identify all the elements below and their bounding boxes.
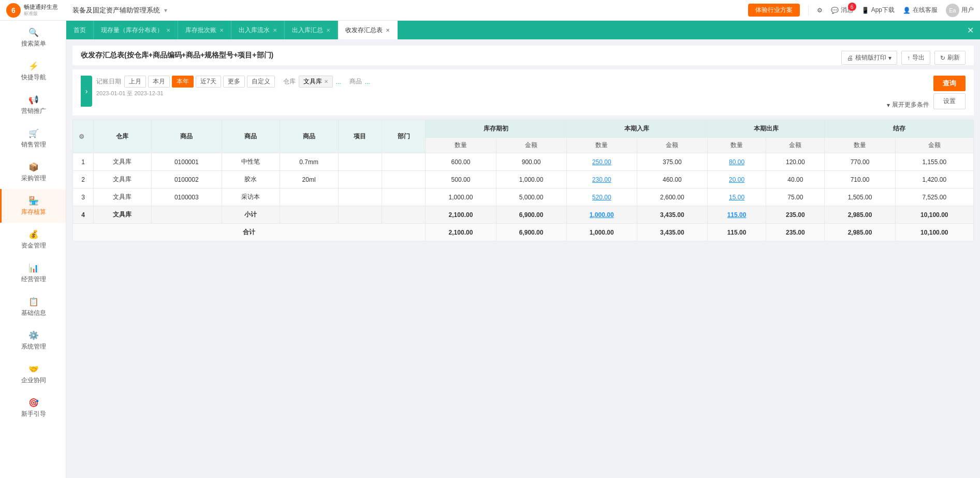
sidebar-item-basic[interactable]: 📋 基础信息	[0, 290, 66, 324]
sidebar-item-finance[interactable]: 💰 资金管理	[0, 223, 66, 256]
sidebar-label-marketing: 营销推广	[21, 107, 46, 115]
th-end-amt: 金额	[895, 138, 973, 153]
tab-inout-flow[interactable]: 出入库流水 ✕	[231, 21, 285, 39]
cell-dept	[382, 189, 426, 206]
sidebar-item-business[interactable]: 📊 经营管理	[0, 256, 66, 290]
date-btn-this-year[interactable]: 本年	[172, 76, 194, 88]
cell-spec	[280, 189, 338, 206]
warehouse-tag-close[interactable]: ✕	[324, 79, 328, 84]
date-btn-more[interactable]: 更多	[223, 76, 245, 88]
cell-in-qty[interactable]: 520.00	[566, 189, 637, 206]
cell-code: 0100002	[151, 171, 222, 189]
cell-end-qty: 770.00	[825, 153, 895, 171]
tab-stock-dist-close[interactable]: ✕	[166, 27, 170, 33]
data-table: ⚙ 仓库 商品 商品 商品 项目 部门 库存期初 本期入库 本期出库	[72, 120, 974, 241]
th-out-stock: 本期出库	[707, 120, 825, 138]
warehouse-tag[interactable]: 文具库 ✕	[299, 76, 333, 88]
tab-inout-summary[interactable]: 出入库汇总 ✕	[285, 21, 338, 39]
tab-recv-send[interactable]: 收发存汇总表 ✕	[338, 21, 398, 39]
cell-out-qty[interactable]: 80.00	[707, 153, 766, 171]
cell-in-qty[interactable]: 250.00	[566, 153, 637, 171]
tab-recv-send-close[interactable]: ✕	[386, 27, 390, 33]
table-settings-gear[interactable]: ⚙	[76, 132, 86, 142]
cell-out-qty[interactable]: 115.00	[707, 206, 766, 224]
tab-home-label: 首页	[74, 26, 86, 35]
cell-out-qty[interactable]: 15.00	[707, 189, 766, 206]
user-avatar: Ea	[946, 4, 959, 17]
page-title: 收发存汇总表(按仓库+商品编码+商品+规格型号+项目+部门)	[81, 51, 966, 60]
tab-inout-summary-close[interactable]: ✕	[326, 27, 330, 33]
filter-expand-side-btn[interactable]: ›	[81, 76, 92, 107]
sidebar-item-enterprise[interactable]: 🤝 企业协同	[0, 357, 66, 391]
tab-stock-dist[interactable]: 现存量（库存分布表） ✕	[94, 21, 178, 39]
user-item[interactable]: Ea 用户	[946, 4, 974, 17]
cell-out-amt: 235.00	[766, 206, 825, 224]
cell-code: 0100003	[151, 189, 222, 206]
sidebar-item-sales[interactable]: 🛒 销售管理	[0, 122, 66, 155]
page-header-actions: 🖨 核销版打印 ▾ ↑ 导出 ↻ 刷新	[841, 51, 966, 65]
warehouse-more-btn[interactable]: ...	[336, 78, 341, 85]
th-in-qty: 数量	[566, 138, 637, 153]
sidebar-item-quicknav[interactable]: ⚡ 快捷导航	[0, 54, 66, 88]
date-btn-last-month[interactable]: 上月	[124, 76, 146, 88]
cell-code	[151, 206, 222, 224]
cell-end-qty: 710.00	[825, 171, 895, 189]
cell-out-qty[interactable]: 20.00	[707, 171, 766, 189]
sales-icon: 🛒	[28, 128, 39, 138]
online-service-item[interactable]: 👤 在线客服	[903, 6, 938, 15]
date-btn-custom[interactable]: 自定义	[247, 76, 275, 88]
date-filter: 记账日期 上月 本月 本年 近7天 更多 自定义	[96, 76, 275, 88]
expand-icon: ▾	[887, 102, 890, 109]
system-icon: ⚙️	[28, 330, 39, 340]
goods-more-btn[interactable]: ...	[365, 78, 370, 85]
tab-home[interactable]: 首页	[66, 21, 94, 39]
app-download-item[interactable]: 📱 App下载	[861, 6, 895, 15]
sidebar-label-sales: 销售管理	[21, 140, 46, 149]
cell-in-qty[interactable]: 230.00	[566, 171, 637, 189]
cell-out-amt: 120.00	[766, 153, 825, 171]
export-button[interactable]: ↑ 导出	[901, 51, 930, 65]
tab-inout-flow-close[interactable]: ✕	[273, 27, 277, 33]
sidebar-item-marketing[interactable]: 📢 营销推广	[0, 88, 66, 122]
system-dropdown-icon[interactable]: ▾	[164, 7, 167, 14]
print-label: 核销版打印	[855, 53, 886, 62]
th-begin-qty: 数量	[426, 138, 496, 153]
print-icon: 🖨	[847, 54, 853, 62]
date-filter-label: 记账日期	[96, 77, 121, 86]
message-badge: 6	[848, 3, 856, 11]
cell-begin-amt: 6,900.00	[496, 206, 566, 224]
sidebar-item-purchase[interactable]: 📦 采购管理	[0, 155, 66, 189]
query-button[interactable]: 查询	[933, 76, 966, 91]
tab-batch-account-close[interactable]: ✕	[220, 27, 224, 33]
warehouse-tag-text: 文具库	[303, 77, 322, 86]
date-btn-this-month[interactable]: 本月	[148, 76, 170, 88]
date-btn-7days[interactable]: 近7天	[196, 76, 221, 88]
th-warehouse: 仓库	[94, 120, 152, 153]
print-button[interactable]: 🖨 核销版打印 ▾	[841, 51, 897, 65]
sidebar-label-finance: 资金管理	[21, 241, 46, 250]
finance-icon: 💰	[28, 229, 39, 239]
cell-warehouse: 文具库	[94, 153, 152, 171]
tab-batch-account[interactable]: 库存批次账 ✕	[178, 21, 231, 39]
cell-out-amt: 75.00	[766, 189, 825, 206]
sidebar-item-guide[interactable]: 🎯 新手引导	[0, 391, 66, 425]
quicknav-icon: ⚡	[28, 61, 39, 71]
footer-in-amt: 3,435.00	[637, 224, 707, 241]
filter-settings-button[interactable]: 设置	[933, 93, 966, 109]
tab-bar-close-icon[interactable]: ✕	[961, 25, 980, 35]
cell-warehouse: 文具库	[94, 206, 152, 224]
expand-conditions-btn[interactable]: ▾ 展开更多条件	[887, 100, 929, 109]
trial-button[interactable]: 体验行业方案	[748, 4, 800, 17]
footer-begin-amt: 6,900.00	[496, 224, 566, 241]
refresh-button[interactable]: ↻ 刷新	[934, 51, 966, 65]
th-spec: 商品	[280, 120, 338, 153]
sidebar-label-inventory: 库存核算	[21, 208, 46, 216]
sidebar-item-system[interactable]: ⚙️ 系统管理	[0, 324, 66, 357]
system-title-area: 装备及固定资产辅助管理系统 ▾	[72, 6, 748, 15]
cell-in-qty[interactable]: 1,000.00	[566, 206, 637, 224]
cell-begin-qty: 1,000.00	[426, 189, 496, 206]
message-item[interactable]: 💬 消息 6	[831, 6, 853, 15]
settings-icon-item[interactable]: ⚙	[817, 7, 823, 14]
sidebar-item-search[interactable]: 🔍 搜索菜单	[0, 21, 66, 54]
sidebar-item-inventory[interactable]: 🏪 库存核算	[0, 189, 66, 223]
